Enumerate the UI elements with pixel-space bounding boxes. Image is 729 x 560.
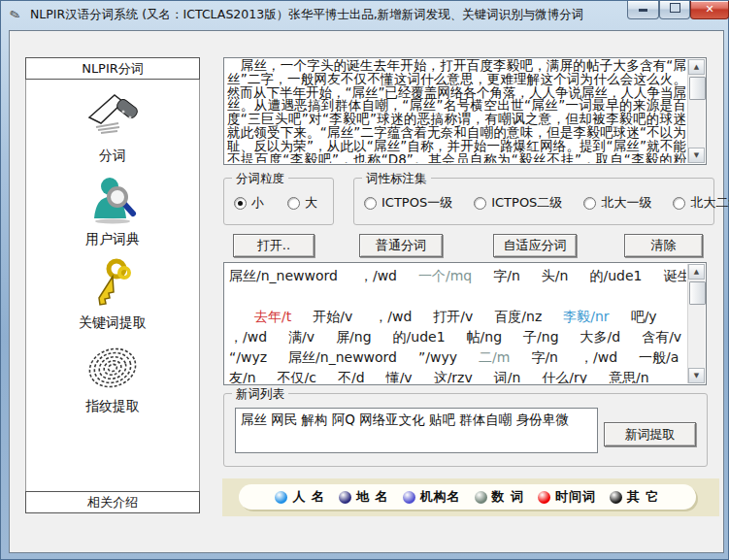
clear-button[interactable]: 清除 [624,234,703,257]
result-token: ，/wd [359,266,397,286]
result-token: 屏/ng [336,327,371,347]
title-bar[interactable]: ✎ NLPIR汉语分词系统 (又名：ICTCLAS2013版）张华平博士出品,新… [1,1,728,30]
key-icon [84,257,141,312]
result-token: 一般/a [639,347,679,368]
result-token: ，/wd [229,327,267,347]
new-word-extract-button[interactable]: 新词提取 [604,422,696,446]
sidebar-header[interactable]: NLPIR分词 [25,57,200,80]
result-token: 屌丝/n_newword [229,266,338,286]
result-token: 字/n [493,266,520,286]
result-token: 含有/v [642,327,681,347]
result-token: 的/ude1 [589,266,642,286]
result-token: ，/wd [374,307,412,327]
sidebar-item-fingerprint-extraction[interactable]: 指纹提取 [84,341,141,415]
radio-label: 小 [251,194,264,212]
result-token: 二/m [479,347,510,368]
legend-label: 地 名 [356,488,389,506]
pos-tagset-radio-ICTPOS一级[interactable]: ICTPOS一级 [364,194,452,212]
radio-icon[interactable] [583,197,596,210]
sidebar: NLPIR分词 分词 [25,57,200,513]
legend-item: 机构名 [403,488,461,506]
result-textarea[interactable]: 屌丝/n_newword，/wd一个/mq字/n头/n的/ude1诞生/vn 去… [223,262,707,385]
result-token: 懂/v [386,368,413,383]
close-button[interactable]: ✕ [690,1,729,19]
result-line: 友/n不仅/c不/d懂/v这/rzv词/n什么/ry意思/n [229,368,686,383]
legend-item: 地 名 [339,488,389,506]
maximize-button[interactable] [659,1,690,19]
granularity-radio-大[interactable]: 大 [287,194,317,212]
sidebar-item-label: 分词 [99,148,126,165]
radio-icon[interactable] [364,197,377,210]
scroll-up-icon[interactable]: ▲ [688,59,705,75]
result-token: ，/wd [580,347,617,368]
granularity-title: 分词粒度 [232,171,288,187]
sidebar-footer-related-intro[interactable]: 相关介绍 [25,491,200,513]
fingerprint-icon [84,341,141,395]
minimize-button[interactable] [627,1,659,19]
legend-item: 人 名 [275,488,325,506]
result-token: 开始/v [313,307,352,327]
result-token: 帖/ng [467,327,502,347]
pos-tagset-radio-ICTPOS二级[interactable]: ICTPOS二级 [474,194,562,212]
user-dictionary-icon [84,174,141,228]
legend-bar: 人 名地 名机构名数 词时间词其 它 [222,478,719,516]
granularity-group: 分词粒度 小大 [223,178,334,225]
adaptive-segment-button[interactable]: 自适应分词 [493,234,577,257]
pos-tagset-radio-北大二级[interactable]: 北大二级 [673,194,729,212]
radio-icon[interactable] [287,197,300,210]
pos-tagset-radio-北大一级[interactable]: 北大一级 [583,194,651,212]
app-window: ✎ NLPIR汉语分词系统 (又名：ICTCLAS2013版）张华平博士出品,新… [0,0,729,560]
open-button[interactable]: 打开.. [233,234,315,257]
source-textarea[interactable]: 屌丝，一个字头的诞生去年开始，打开百度李毅吧，满屏的帖子大多含有“屌丝”二字，一… [223,57,707,165]
result-token: 大多/d [580,327,621,347]
scroll-thumb[interactable] [689,77,706,100]
new-word-textbox[interactable]: 屌丝 网民 解构 阿Q 网络亚文化 贴吧 群体自嘲 身份卑微 [235,408,598,453]
result-content: 屌丝/n_newword，/wd一个/mq字/n头/n的/ude1诞生/vn 去… [229,266,686,383]
minimize-icon [639,9,647,12]
scroll-down-icon[interactable]: ▼ [688,368,705,383]
granularity-options: 小大 [234,194,329,212]
legend-label: 其 它 [627,488,660,506]
granularity-radio-小[interactable]: 小 [234,194,264,212]
knife-icon [84,90,141,145]
sidebar-item-keyword-extraction[interactable]: 关键词提取 [79,257,147,332]
sidebar-item-segment[interactable]: 分词 [84,90,141,165]
result-line: 屌丝/n_newword，/wd一个/mq字/n头/n的/ude1诞生/vn [229,266,686,286]
normal-segment-button[interactable]: 普通分词 [359,234,443,257]
result-token: 意思/n [609,368,649,383]
sidebar-item-user-dictionary[interactable]: 用户词典 [84,174,141,248]
scroll-down-icon[interactable]: ▼ [688,148,705,163]
scroll-up-icon[interactable]: ▲ [688,264,705,280]
source-text: 屌丝，一个字头的诞生去年开始，打开百度李毅吧，满屏的帖子大多含有“屌丝”二字，一… [227,59,686,163]
radio-label: 大 [305,194,317,212]
result-token: 这/rzv [434,368,473,383]
result-token: 屌丝/n_newword [288,347,397,368]
radio-icon[interactable] [234,197,247,210]
radio-icon[interactable] [673,197,685,210]
result-token: 不/d [338,368,365,383]
result-token: 字/n [531,347,558,368]
radio-label: ICTPOS二级 [491,194,562,212]
pos-tagset-options: ICTPOS一级ICTPOS二级北大一级北大二级 [364,194,710,212]
new-word-content: 屌丝 网民 解构 阿Q 网络亚文化 贴吧 群体自嘲 身份卑微 [241,412,593,429]
app-pen-icon: ✎ [8,5,27,24]
radio-label: 北大二级 [690,194,729,212]
result-token: 的/ude1 [393,327,446,347]
window-title: NLPIR汉语分词系统 (又名：ICTCLAS2013版）张华平博士出品,新增新… [30,1,583,30]
legend-item: 数 词 [475,488,525,506]
radio-label: ICTPOS一级 [381,194,452,212]
legend-dot-icon [403,491,415,504]
legend-dot-icon [339,491,351,504]
scroll-thumb[interactable] [689,281,706,305]
client-area: NLPIR分词 分词 [9,30,724,553]
result-token: 吧/y [631,307,657,327]
radio-icon[interactable] [474,197,486,210]
result-scrollbar[interactable]: ▲ ▼ [687,264,705,383]
pos-tagset-group: 词性标注集 ICTPOS一级ICTPOS二级北大一级北大二级 [353,178,714,225]
result-token: 子/ng [523,327,558,347]
source-scrollbar[interactable]: ▲ ▼ [687,59,705,163]
result-token: 打开/v [433,307,473,327]
legend-pill: 人 名地 名机构名数 词时间词其 它 [239,484,696,510]
sidebar-item-label: 指纹提取 [85,398,140,415]
result-token: 去年/t [254,307,291,327]
